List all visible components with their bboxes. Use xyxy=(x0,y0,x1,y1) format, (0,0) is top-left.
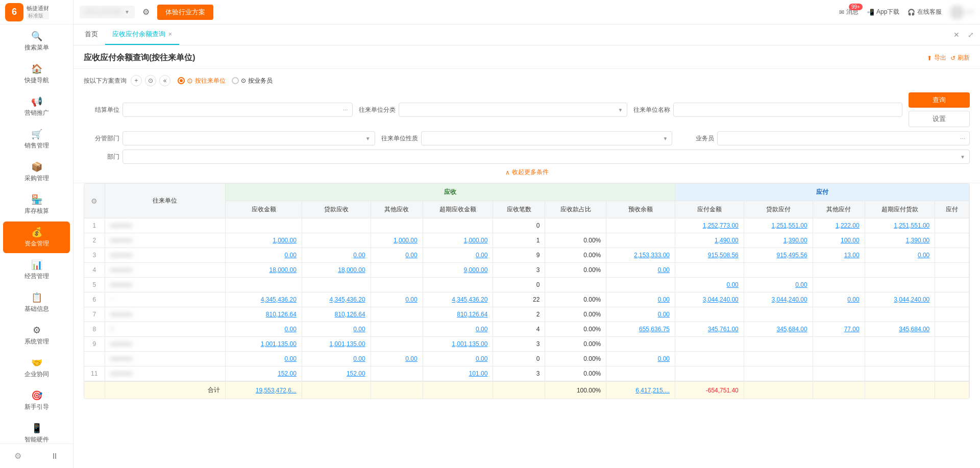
value-cell[interactable]: 655,636.75 xyxy=(606,322,675,337)
filter-by-salesperson[interactable]: ⊙ 按业务员 xyxy=(232,77,273,85)
dept-select[interactable]: ▼ xyxy=(122,150,970,164)
tab-close-icon[interactable]: × xyxy=(168,31,172,38)
value-cell[interactable]: 3 xyxy=(493,263,545,278)
value-cell[interactable]: 1,000.00 xyxy=(226,233,302,248)
value-cell[interactable]: 0.00 xyxy=(606,292,675,307)
collapse-sidebar-icon[interactable]: ⏸ xyxy=(47,449,62,464)
value-cell[interactable]: 1,251,551.00 xyxy=(865,218,935,233)
value-cell[interactable]: 0.00 xyxy=(813,292,865,307)
sidebar-item-sales[interactable]: 🛒 销售管理 xyxy=(3,124,70,155)
close-window-icon[interactable]: ✕ xyxy=(951,29,962,41)
value-cell[interactable]: 810,126.64 xyxy=(423,307,493,322)
value-cell[interactable]: 77.00 xyxy=(813,322,865,337)
value-cell[interactable]: 0.00% xyxy=(545,366,606,382)
value-cell[interactable]: 1 xyxy=(493,233,545,248)
value-cell[interactable]: 0.00 xyxy=(865,248,935,263)
sidebar-item-search[interactable]: 🔍 搜索菜单 xyxy=(3,26,70,57)
value-cell[interactable]: 915,508.56 xyxy=(675,248,744,263)
value-cell[interactable]: 0.00% xyxy=(545,337,606,352)
value-cell[interactable]: 1,000.00 xyxy=(423,233,493,248)
refresh-button[interactable]: ↺ 刷新 xyxy=(950,54,970,62)
value-cell[interactable]: 0.00 xyxy=(302,352,371,366)
filter-by-partner[interactable]: ⊙ 按往来单位 xyxy=(178,77,226,85)
sidebar-item-hardware[interactable]: 📱 智能硬件 xyxy=(3,417,70,444)
sidebar-item-nav[interactable]: 🏠 快捷导航 xyxy=(3,58,70,90)
value-cell[interactable]: 0.00 xyxy=(371,248,423,263)
setting-button[interactable]: 设置 xyxy=(909,111,970,127)
export-button[interactable]: ⬆ 导出 xyxy=(927,54,946,62)
value-cell[interactable]: 0.00% xyxy=(545,292,606,307)
value-cell[interactable]: 4,345,436.20 xyxy=(302,292,371,307)
value-cell[interactable]: 0.00% xyxy=(545,233,606,248)
value-cell[interactable]: 0.00 xyxy=(675,278,744,292)
value-cell[interactable]: 0.00 xyxy=(226,248,302,263)
sidebar-item-purchase[interactable]: 📦 采购管理 xyxy=(3,156,70,188)
settings-gear-button[interactable]: ⚙ xyxy=(139,5,153,19)
sidebar-item-inventory[interactable]: 🏪 库存核算 xyxy=(3,189,70,220)
value-cell[interactable]: 0.00 xyxy=(606,307,675,322)
value-cell[interactable]: 2,153,333.00 xyxy=(606,248,675,263)
value-cell[interactable]: 0.00% xyxy=(545,248,606,263)
message-button[interactable]: ✉ 消息 99+ xyxy=(839,8,859,16)
division-select[interactable]: ▼ xyxy=(122,131,375,145)
value-cell[interactable]: 3,044,240.00 xyxy=(675,292,744,307)
value-cell[interactable]: 4,345,436.20 xyxy=(226,292,302,307)
value-cell[interactable]: 0.00% xyxy=(545,352,606,366)
tab-receivable-query[interactable]: 应收应付余额查询 × xyxy=(105,24,179,45)
value-cell[interactable]: 4 xyxy=(493,322,545,337)
value-cell[interactable]: 1,252,773.00 xyxy=(675,218,744,233)
value-cell[interactable]: 0.00 xyxy=(744,278,813,292)
value-cell[interactable]: 0.00 xyxy=(606,352,675,366)
partner-nature-select[interactable]: ▼ xyxy=(421,131,673,145)
value-cell[interactable]: 1,001,135.00 xyxy=(226,337,302,352)
settlement-input[interactable]: ··· xyxy=(122,103,353,117)
value-cell[interactable]: 1,001,135.00 xyxy=(423,337,493,352)
value-cell[interactable]: 9,000.00 xyxy=(423,263,493,278)
value-cell[interactable]: 1,490.00 xyxy=(675,233,744,248)
value-cell[interactable]: 0 xyxy=(493,218,545,233)
value-cell[interactable]: 18,000.00 xyxy=(226,263,302,278)
value-cell[interactable]: 0.00 xyxy=(606,263,675,278)
value-cell[interactable]: 9 xyxy=(493,248,545,263)
value-cell[interactable]: 810,126.64 xyxy=(226,307,302,322)
value-cell[interactable]: 1,222.00 xyxy=(813,218,865,233)
value-cell[interactable]: 0.00 xyxy=(423,322,493,337)
value-cell[interactable]: 1,001,135.00 xyxy=(302,337,371,352)
value-cell[interactable]: 3 xyxy=(493,366,545,382)
value-cell[interactable]: 0 xyxy=(493,352,545,366)
value-cell[interactable]: 0.00% xyxy=(545,322,606,337)
sidebar-item-finance[interactable]: 💰 资金管理 xyxy=(3,221,70,253)
value-cell[interactable]: 0.00% xyxy=(545,263,606,278)
sidebar-item-collab[interactable]: 🤝 企业协同 xyxy=(3,352,70,384)
app-download-button[interactable]: 📲 App下载 xyxy=(867,8,899,16)
value-cell[interactable]: 0 xyxy=(493,278,545,292)
online-service-button[interactable]: 🎧 在线客服 xyxy=(908,8,942,16)
salesperson-input[interactable]: ··· xyxy=(717,131,970,145)
value-cell[interactable]: 0.00 xyxy=(226,322,302,337)
tab-home[interactable]: 首页 xyxy=(78,24,105,45)
value-cell[interactable]: 1,251,551.00 xyxy=(744,218,813,233)
collapse-filter-button[interactable]: ∧ 收起更多条件 xyxy=(84,168,970,177)
value-cell[interactable]: 18,000.00 xyxy=(302,263,371,278)
user-menu[interactable]: Rit xyxy=(950,5,974,19)
value-cell[interactable]: 0.00 xyxy=(371,292,423,307)
value-cell[interactable]: 0.00% xyxy=(545,307,606,322)
value-cell[interactable]: 13.00 xyxy=(813,248,865,263)
value-cell[interactable]: 0.00 xyxy=(371,352,423,366)
settings-bottom-icon[interactable]: ⚙ xyxy=(11,448,24,464)
industry-plan-button[interactable]: 体验行业方案 xyxy=(157,5,213,20)
value-cell[interactable]: 0.00 xyxy=(226,352,302,366)
maximize-icon[interactable]: ⤢ xyxy=(966,29,976,41)
table-settings-icon[interactable]: ⚙ xyxy=(91,197,97,205)
filter-collapse-button[interactable]: « xyxy=(159,75,170,86)
value-cell[interactable]: 22 xyxy=(493,292,545,307)
value-cell[interactable]: 0.00 xyxy=(423,248,493,263)
add-filter-button[interactable]: + xyxy=(131,75,142,86)
partner-category-select[interactable]: ▼ xyxy=(399,103,628,117)
value-cell[interactable]: 345,684.00 xyxy=(744,322,813,337)
value-cell[interactable]: 0.00 xyxy=(423,352,493,366)
sidebar-item-system[interactable]: ⚙ 系统管理 xyxy=(3,319,70,351)
sidebar-item-marketing[interactable]: 📢 营销推广 xyxy=(3,91,70,122)
value-cell[interactable]: 345,761.00 xyxy=(675,322,744,337)
filter-settings-button[interactable]: ⊙ xyxy=(145,75,156,86)
